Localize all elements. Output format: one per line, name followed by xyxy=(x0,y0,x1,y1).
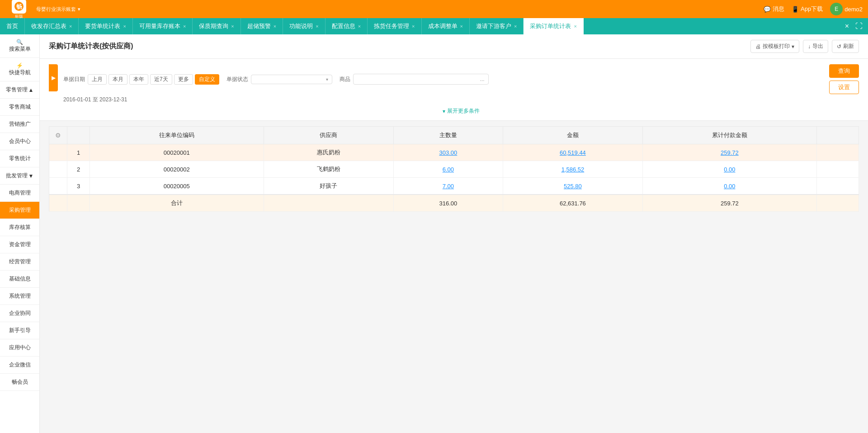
sidebar-item-ecommerce-label: 电商管理 xyxy=(2,189,38,197)
sidebar-item-retail[interactable]: 零售管理 ▲ xyxy=(0,81,39,99)
shortcut-custom[interactable]: 自定义 xyxy=(195,74,219,85)
user-profile[interactable]: E demo2 xyxy=(830,3,863,15)
shortcut-7days[interactable]: 近7天 xyxy=(150,74,172,85)
tab-purchase-order-stat-close[interactable]: × xyxy=(574,24,576,29)
tab-invite-downstream[interactable]: 邀请下游客户 × xyxy=(470,18,524,34)
table-header-row: ⚙ 往来单位编码 供应商 主数量 金额 累计付款金额 xyxy=(49,127,859,144)
sidebar-item-enterprise[interactable]: 企业协同 xyxy=(0,305,39,322)
row3-index: 3 xyxy=(67,178,90,195)
query-button[interactable]: 查询 xyxy=(829,64,859,78)
tab-overstock-warning[interactable]: 超储预警 × xyxy=(241,18,283,34)
sidebar-item-system-label: 系统管理 xyxy=(2,292,38,300)
tab-overstock-warning-label: 超储预警 xyxy=(247,22,271,30)
row2-paid-amount[interactable]: 0.00 xyxy=(643,161,817,178)
status-select[interactable]: ▾ xyxy=(251,75,332,84)
tab-receive-summary-close[interactable]: × xyxy=(69,24,72,29)
sidebar-item-finance[interactable]: 资金管理 xyxy=(0,236,39,253)
status-select-arrow: ▾ xyxy=(326,77,328,82)
tab-expand-btn[interactable]: ⛶ xyxy=(854,21,864,31)
tab-purchase-order-stat[interactable]: 采购订单统计表 × xyxy=(524,18,583,34)
sidebar-item-member[interactable]: 会员中心 xyxy=(0,133,39,150)
sidebar-item-system[interactable]: 系统管理 xyxy=(0,288,39,305)
expand-more-btn[interactable]: ▾ 展开更多条件 xyxy=(63,107,859,115)
row1-extra xyxy=(816,144,859,161)
row3-amount[interactable]: 525.80 xyxy=(503,178,642,195)
tab-available-stock[interactable]: 可用量库存账本 × xyxy=(133,18,193,34)
table-header: ⚙ 往来单位编码 供应商 主数量 金额 累计付款金额 xyxy=(49,127,859,144)
row1-amount[interactable]: 60,519.44 xyxy=(503,144,642,161)
sidebar-item-basic-info[interactable]: 基础信息 xyxy=(0,271,39,288)
sidebar-item-wholesale[interactable]: 批发管理 ▼ xyxy=(0,167,39,185)
tab-cost-adjust-close[interactable]: × xyxy=(460,24,463,29)
sidebar-item-vip-member[interactable]: 畅会员 xyxy=(0,374,39,391)
sidebar-item-search[interactable]: 🔍 搜索菜单 xyxy=(0,34,39,58)
goods-more-btn[interactable]: ... xyxy=(480,76,485,82)
tab-pick-task[interactable]: 拣货任务管理 × xyxy=(368,18,421,34)
shortcut-this-year[interactable]: 本年 xyxy=(129,74,148,85)
sidebar-item-wholesale-label: 批发管理 xyxy=(6,172,28,180)
tab-receive-summary[interactable]: 收发存汇总表 × xyxy=(25,18,79,34)
shortcut-more[interactable]: 更多 xyxy=(174,74,193,85)
row2-amount[interactable]: 1,586.52 xyxy=(503,161,642,178)
tab-expiry-query[interactable]: 保质期查询 × xyxy=(193,18,241,34)
tab-close-all-btn[interactable]: × xyxy=(843,21,851,31)
sidebar-item-app-center[interactable]: 应用中心 xyxy=(0,339,39,357)
tab-cost-adjust-label: 成本调整单 xyxy=(428,22,458,30)
shortcut-this-month[interactable]: 本月 xyxy=(108,74,127,85)
filter-toggle-btn[interactable]: ▶ xyxy=(49,64,58,91)
tab-invite-downstream-close[interactable]: × xyxy=(514,24,517,29)
sidebar-item-quick-nav[interactable]: ⚡ 快捷导航 xyxy=(0,58,39,81)
message-btn[interactable]: 💬 消息 xyxy=(764,5,784,13)
tab-function-desc-close[interactable]: × xyxy=(316,24,318,29)
col-extra-header xyxy=(816,127,859,144)
row1-quantity[interactable]: 303.00 xyxy=(394,144,503,161)
tab-function-desc[interactable]: 功能说明 × xyxy=(283,18,325,34)
col-paid-amount-header: 累计付款金额 xyxy=(643,127,817,144)
tab-overstock-warning-close[interactable]: × xyxy=(274,24,276,29)
sidebar-item-enterprise-wechat[interactable]: 企业微信 xyxy=(0,357,39,374)
row3-settings xyxy=(49,178,67,195)
row3-quantity[interactable]: 7.00 xyxy=(394,178,503,195)
sidebar-item-retail-mall[interactable]: 零售商城 xyxy=(0,99,39,116)
row1-index: 1 xyxy=(67,144,90,161)
tab-pick-task-close[interactable]: × xyxy=(412,24,415,29)
row2-unit-code: 00020002 xyxy=(90,161,264,178)
goods-label: 商品 xyxy=(340,76,350,83)
sidebar-item-ecommerce[interactable]: 电商管理 xyxy=(0,185,39,202)
tab-available-stock-close[interactable]: × xyxy=(183,24,186,29)
sidebar-item-purchase[interactable]: 采购管理 xyxy=(0,202,39,219)
row2-quantity[interactable]: 6.00 xyxy=(394,161,503,178)
sidebar-item-new-guide[interactable]: 新手引导 xyxy=(0,322,39,339)
goods-input[interactable]: ... xyxy=(353,74,489,85)
tab-config-info[interactable]: 配置信息 × xyxy=(326,18,368,34)
tab-order-summary-close[interactable]: × xyxy=(123,24,126,29)
print-button[interactable]: 🖨 按模板打印 ▾ xyxy=(750,40,799,53)
sidebar-item-vip-member-label: 畅会员 xyxy=(2,378,38,386)
sidebar-item-operations[interactable]: 经营管理 xyxy=(0,253,39,271)
setting-button[interactable]: 设置 xyxy=(829,81,859,94)
tab-cost-adjust[interactable]: 成本调整单 × xyxy=(422,18,470,34)
footer-supplier-empty xyxy=(264,195,393,212)
tab-config-info-label: 配置信息 xyxy=(332,22,355,30)
filter-area: ▶ 单据日期 上月 本月 本年 近7天 更多 自定义 xyxy=(40,59,868,121)
tab-order-summary[interactable]: 要货单统计表 × xyxy=(79,18,132,34)
export-button[interactable]: ↓ 导出 xyxy=(803,40,828,53)
row1-supplier: 惠氏奶粉 xyxy=(264,144,393,161)
tab-home[interactable]: 首页 xyxy=(0,18,25,34)
message-label: 消息 xyxy=(773,5,784,13)
app-download-btn[interactable]: 📱 App下载 xyxy=(792,5,823,13)
tab-config-info-close[interactable]: × xyxy=(358,24,361,29)
sidebar-item-basic-info-label: 基础信息 xyxy=(2,275,38,283)
row3-paid-amount[interactable]: 0.00 xyxy=(643,178,817,195)
row1-paid-amount[interactable]: 259.72 xyxy=(643,144,817,161)
sidebar-item-retail-stat[interactable]: 零售统计 xyxy=(0,150,39,167)
sidebar-item-marketing[interactable]: 营销推广 xyxy=(0,116,39,133)
shortcut-last-month[interactable]: 上月 xyxy=(88,74,107,85)
workspace-selector[interactable]: 母婴行业演示账套 ▾ xyxy=(36,6,80,13)
sidebar-item-search-label: 搜索菜单 xyxy=(2,45,38,53)
tab-expiry-query-close[interactable]: × xyxy=(231,24,234,29)
refresh-button[interactable]: ↺ 刷新 xyxy=(832,40,859,53)
sidebar-item-inventory[interactable]: 库存核算 xyxy=(0,219,39,236)
col-quantity-header: 主数量 xyxy=(394,127,503,144)
table-settings-icon[interactable]: ⚙ xyxy=(55,132,61,139)
